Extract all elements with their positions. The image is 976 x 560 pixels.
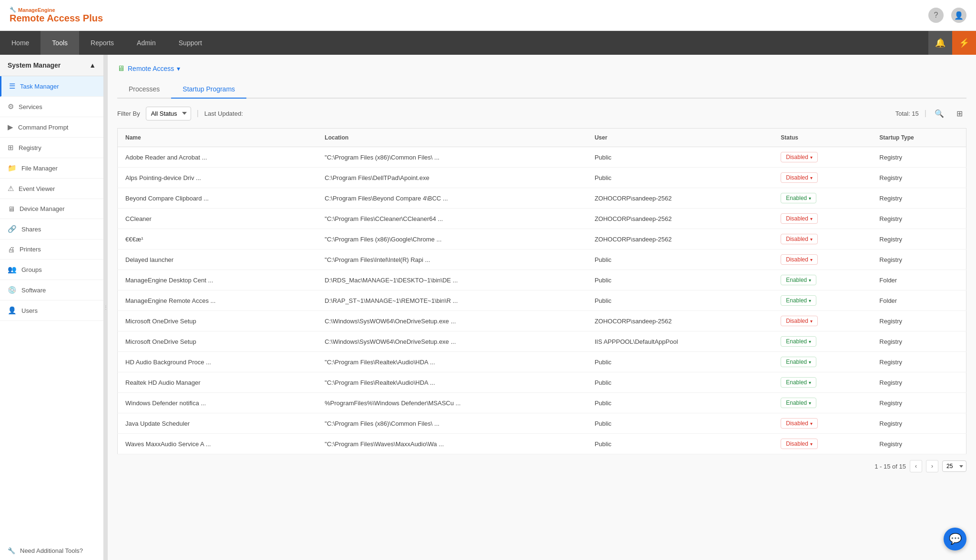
table-row: Realtek HD Audio Manager "C:\Program Fil… (118, 372, 966, 393)
filter-left: Filter By All Status Enabled Disabled | … (117, 107, 243, 120)
status-badge-8[interactable]: Disabled ▾ (781, 316, 818, 326)
col-status: Status (773, 129, 872, 147)
command-prompt-icon: ▶ (8, 123, 13, 131)
nav-item-support[interactable]: Support (167, 31, 214, 55)
sidebar-item-services[interactable]: ⚙ Services (0, 97, 103, 117)
cell-status-11: Enabled ▾ (773, 372, 872, 393)
total-count: Total: 15 (895, 110, 919, 117)
cell-location-5: "C:\Program Files\Intel\Intel(R) Rapi ..… (317, 250, 587, 270)
cell-startup-type-6: Folder (872, 270, 966, 290)
sidebar-label-command-prompt: Command Prompt (18, 124, 68, 131)
cell-startup-type-5: Registry (872, 250, 966, 270)
search-icon[interactable]: 🔍 (932, 106, 946, 120)
status-badge-13[interactable]: Disabled ▾ (781, 418, 818, 429)
sidebar-item-task-manager[interactable]: ☰ Task Manager (0, 76, 103, 97)
last-updated-label: Last Updated: (204, 110, 243, 117)
app-title-text: Remote Access (10, 13, 80, 23)
sidebar-item-software[interactable]: 💿 Software (0, 280, 103, 300)
sidebar: System Manager ▲ ☰ Task Manager ⚙ Servic… (0, 55, 104, 560)
status-badge-7[interactable]: Enabled ▾ (781, 295, 816, 306)
nav-item-admin[interactable]: Admin (125, 31, 167, 55)
sidebar-item-shares[interactable]: 🔗 Shares (0, 219, 103, 240)
printers-icon: 🖨 (8, 245, 15, 253)
cell-user-5: Public (587, 250, 773, 270)
cell-location-0: "C:\Program Files (x86)\Common Files\ ..… (317, 147, 587, 168)
col-startup-type: Startup Type (872, 129, 966, 147)
sidebar-item-event-viewer[interactable]: ⚠ Event Viewer (0, 179, 103, 199)
cell-startup-type-11: Registry (872, 372, 966, 393)
grid-view-icon[interactable]: ⊞ (952, 106, 966, 120)
status-filter-select[interactable]: All Status Enabled Disabled (146, 107, 191, 120)
cell-startup-type-12: Registry (872, 393, 966, 413)
table-row: Microsoft OneDrive Setup C:\Windows\SysW… (118, 311, 966, 331)
cell-status-14: Disabled ▾ (773, 434, 872, 454)
sidebar-label-registry: Registry (19, 144, 41, 151)
cell-name-14: Waves MaxxAudio Service A ... (118, 434, 317, 454)
sidebar-item-registry[interactable]: ⊞ Registry (0, 138, 103, 158)
table-row: €€€æ¹ "C:\Program Files (x86)\Google\Chr… (118, 229, 966, 250)
notification-icon[interactable]: 🔔 (928, 31, 952, 55)
tab-processes[interactable]: Processes (117, 80, 171, 99)
status-badge-9[interactable]: Enabled ▾ (781, 336, 816, 347)
col-user: User (587, 129, 773, 147)
sidebar-item-printers[interactable]: 🖨 Printers (0, 240, 103, 260)
filter-bar: Filter By All Status Enabled Disabled | … (117, 106, 966, 120)
nav-bar: Home Tools Reports Admin Support 🔔 ⚡ (0, 31, 976, 55)
status-badge-5[interactable]: Disabled ▾ (781, 254, 818, 265)
status-badge-2[interactable]: Enabled ▾ (781, 193, 816, 203)
cell-location-13: "C:\Program Files (x86)\Common Files\ ..… (317, 413, 587, 434)
lightning-icon[interactable]: ⚡ (952, 31, 976, 55)
need-additional-tools[interactable]: 🔧 Need Additional Tools? (0, 541, 103, 560)
sidebar-item-device-manager[interactable]: 🖥 Device Manager (0, 199, 103, 219)
sidebar-label-device-manager: Device Manager (20, 205, 65, 212)
status-badge-0[interactable]: Disabled ▾ (781, 152, 818, 162)
nav-item-tools[interactable]: Tools (41, 31, 79, 55)
sidebar-label-shares: Shares (21, 226, 41, 233)
collapse-icon[interactable]: ▲ (89, 61, 96, 69)
status-badge-14[interactable]: Disabled ▾ (781, 439, 818, 449)
cell-startup-type-9: Registry (872, 331, 966, 352)
user-avatar[interactable]: 👤 (951, 8, 966, 23)
help-icon[interactable]: ? (928, 8, 944, 23)
nav-left: Home Tools Reports Admin Support (0, 31, 214, 55)
cell-startup-type-0: Registry (872, 147, 966, 168)
nav-item-home[interactable]: Home (0, 31, 41, 55)
monitor-icon: 🖥 (117, 64, 125, 73)
shares-icon: 🔗 (8, 225, 17, 233)
tab-startup-programs[interactable]: Startup Programs (171, 80, 246, 99)
need-tools-label: Need Additional Tools? (20, 547, 83, 554)
breadcrumb-arrow: ▾ (177, 65, 180, 72)
status-badge-1[interactable]: Disabled ▾ (781, 172, 818, 183)
col-name: Name (118, 129, 317, 147)
status-badge-12[interactable]: Enabled ▾ (781, 398, 816, 408)
logo-area: 🔧 ManageEngine Remote Access Plus (10, 7, 103, 24)
status-badge-4[interactable]: Disabled ▾ (781, 234, 818, 244)
breadcrumb: 🖥 Remote Access ▾ (117, 64, 966, 73)
main-layout: System Manager ▲ ☰ Task Manager ⚙ Servic… (0, 55, 976, 560)
prev-page-btn[interactable]: ‹ (910, 460, 922, 472)
sidebar-item-command-prompt[interactable]: ▶ Command Prompt (0, 117, 103, 138)
cell-name-13: Java Update Scheduler (118, 413, 317, 434)
filter-label: Filter By (117, 110, 140, 117)
app-title: Remote Access Plus (10, 13, 103, 24)
status-badge-11[interactable]: Enabled ▾ (781, 377, 816, 388)
resize-handle[interactable]: ⋮ (104, 55, 108, 560)
per-page-select[interactable]: 25 50 100 (942, 460, 966, 472)
filter-divider2: | (925, 109, 926, 118)
status-dropdown-arrow-14: ▾ (810, 441, 813, 447)
sidebar-item-users[interactable]: 👤 Users (0, 300, 103, 321)
next-page-btn[interactable]: › (926, 460, 938, 472)
status-badge-10[interactable]: Enabled ▾ (781, 357, 816, 367)
table-row: Alps Pointing-device Driv ... C:\Program… (118, 168, 966, 188)
nav-item-reports[interactable]: Reports (79, 31, 125, 55)
status-badge-6[interactable]: Enabled ▾ (781, 275, 816, 285)
cell-user-11: Public (587, 372, 773, 393)
status-dropdown-arrow-9: ▾ (809, 339, 811, 344)
sidebar-item-file-manager[interactable]: 📁 File Manager (0, 158, 103, 179)
breadcrumb-remote-access[interactable]: 🖥 Remote Access ▾ (117, 64, 180, 73)
filter-right: Total: 15 | 🔍 ⊞ (895, 106, 966, 120)
sidebar-label-file-manager: File Manager (21, 165, 58, 172)
chat-bubble[interactable]: 💬 (944, 528, 966, 550)
sidebar-item-groups[interactable]: 👥 Groups (0, 260, 103, 280)
status-badge-3[interactable]: Disabled ▾ (781, 213, 818, 224)
